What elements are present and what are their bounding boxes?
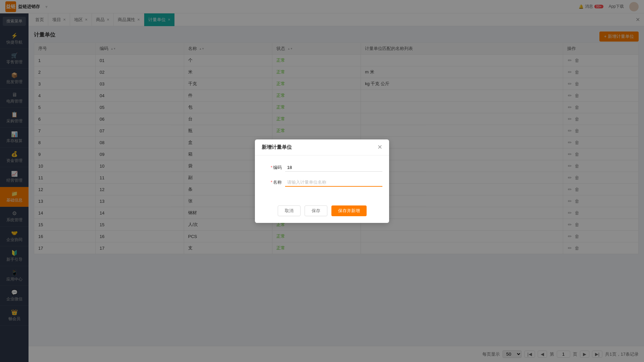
modal-footer: 取消 保存 保存并新增 — [255, 201, 389, 223]
add-unit-modal: 新增计量单位 ✕ *编码 *名称 取消 保存 保存并新增 — [255, 139, 389, 223]
name-required-mark: * — [271, 180, 272, 185]
code-label: *编码 — [262, 165, 282, 171]
cancel-btn[interactable]: 取消 — [278, 205, 301, 216]
modal-title: 新增计量单位 — [262, 144, 292, 150]
modal-body: *编码 *名称 — [255, 156, 389, 201]
modal-overlay: 新增计量单位 ✕ *编码 *名称 取消 保存 保存并新增 — [0, 0, 644, 362]
save-btn[interactable]: 保存 — [305, 205, 327, 216]
code-required-mark: * — [271, 165, 272, 170]
name-input[interactable] — [285, 178, 382, 187]
code-input[interactable] — [285, 164, 382, 172]
name-form-row: *名称 — [262, 178, 382, 187]
modal-close-btn[interactable]: ✕ — [377, 144, 382, 150]
code-form-row: *编码 — [262, 164, 382, 172]
save-and-new-btn[interactable]: 保存并新增 — [331, 205, 367, 216]
name-label: *名称 — [262, 179, 282, 185]
modal-header: 新增计量单位 ✕ — [255, 139, 389, 156]
